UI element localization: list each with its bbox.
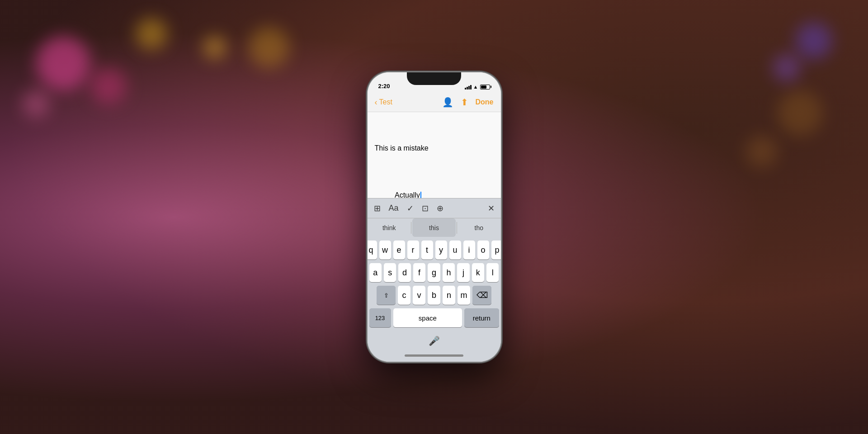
status-icons: ▲ <box>465 84 490 90</box>
key-g[interactable]: g <box>428 263 440 282</box>
predictive-bar: think this tho <box>368 218 501 237</box>
nav-actions: 👤 ⬆ Done <box>442 97 494 108</box>
key-i[interactable]: i <box>463 241 475 259</box>
signal-icon <box>465 84 472 90</box>
back-chevron-icon: ‹ <box>375 98 377 106</box>
key-l[interactable]: l <box>486 263 499 282</box>
phone-screen: 2:20 ▲ ‹ Test 👤 ⬆ <box>368 72 501 362</box>
key-k[interactable]: k <box>472 263 484 282</box>
key-h[interactable]: h <box>443 263 455 282</box>
key-shift[interactable]: ⇧ <box>377 286 396 305</box>
toolbar-left: ⊞ Aa ✓ ⊡ ⊕ <box>374 203 443 213</box>
wifi-icon: ▲ <box>473 84 478 90</box>
table-icon[interactable]: ⊞ <box>374 203 381 213</box>
key-f[interactable]: f <box>413 263 425 282</box>
key-row-1: q w e r t y u i o p <box>369 241 499 259</box>
key-o[interactable]: o <box>477 241 489 259</box>
checkmark-icon[interactable]: ✓ <box>407 203 414 213</box>
note-line-1: This is a mistake <box>375 143 494 154</box>
text-cursor <box>420 192 421 198</box>
home-indicator <box>405 354 463 357</box>
key-t[interactable]: t <box>421 241 433 259</box>
key-c[interactable]: c <box>398 286 410 305</box>
key-s[interactable]: s <box>384 263 396 282</box>
note-line-2-text: Actually <box>395 191 420 198</box>
key-q[interactable]: q <box>368 241 377 259</box>
key-n[interactable]: n <box>443 286 455 305</box>
key-a[interactable]: a <box>369 263 382 282</box>
key-e[interactable]: e <box>393 241 405 259</box>
battery-icon <box>480 85 490 90</box>
back-label: Test <box>379 98 392 106</box>
person-icon[interactable]: 👤 <box>442 97 453 108</box>
status-time: 2:20 <box>378 83 390 90</box>
microphone-row: 🎤 <box>368 333 501 349</box>
key-m[interactable]: m <box>458 286 470 305</box>
key-j[interactable]: j <box>457 263 469 282</box>
predictive-think[interactable]: think <box>368 218 411 237</box>
keyboard: q w e r t y u i o p a s d f g h j k <box>368 237 501 333</box>
nav-bar: ‹ Test 👤 ⬆ Done <box>368 92 501 112</box>
key-space[interactable]: space <box>393 308 462 327</box>
phone-notch <box>407 72 461 85</box>
note-content[interactable]: This is a mistake Actually <box>368 112 501 198</box>
key-numbers[interactable]: 123 <box>369 308 391 327</box>
key-row-4: 123 space return <box>369 308 499 327</box>
predictive-this[interactable]: this <box>412 218 456 237</box>
key-v[interactable]: v <box>413 286 425 305</box>
phone-frame: 2:20 ▲ ‹ Test 👤 ⬆ <box>368 72 501 362</box>
key-row-2: a s d f g h j k l <box>369 263 499 282</box>
key-u[interactable]: u <box>449 241 461 259</box>
key-d[interactable]: d <box>398 263 410 282</box>
keyboard-toolbar: ⊞ Aa ✓ ⊡ ⊕ ✕ <box>368 198 501 218</box>
key-b[interactable]: b <box>428 286 440 305</box>
share-icon[interactable]: ⬆ <box>461 97 468 108</box>
camera-icon[interactable]: ⊡ <box>422 203 429 213</box>
key-r[interactable]: r <box>407 241 419 259</box>
key-w[interactable]: w <box>379 241 391 259</box>
key-return[interactable]: return <box>464 308 499 327</box>
bottom-bar <box>368 349 501 362</box>
key-delete[interactable]: ⌫ <box>472 286 491 305</box>
predictive-divider-1 <box>411 222 411 234</box>
done-button[interactable]: Done <box>476 98 494 106</box>
key-row-3: ⇧ c v b n m ⌫ <box>369 286 499 305</box>
close-keyboard-icon[interactable]: ✕ <box>488 203 495 213</box>
back-button[interactable]: ‹ Test <box>375 98 392 106</box>
note-line-2: Actually <box>375 179 494 198</box>
key-y[interactable]: y <box>435 241 447 259</box>
note-text[interactable]: This is a mistake Actually <box>375 121 494 198</box>
microphone-icon[interactable]: 🎤 <box>429 335 440 346</box>
predictive-tho[interactable]: tho <box>457 218 500 237</box>
format-icon[interactable]: Aa <box>389 203 399 213</box>
key-p[interactable]: p <box>491 241 501 259</box>
at-icon[interactable]: ⊕ <box>437 203 443 213</box>
